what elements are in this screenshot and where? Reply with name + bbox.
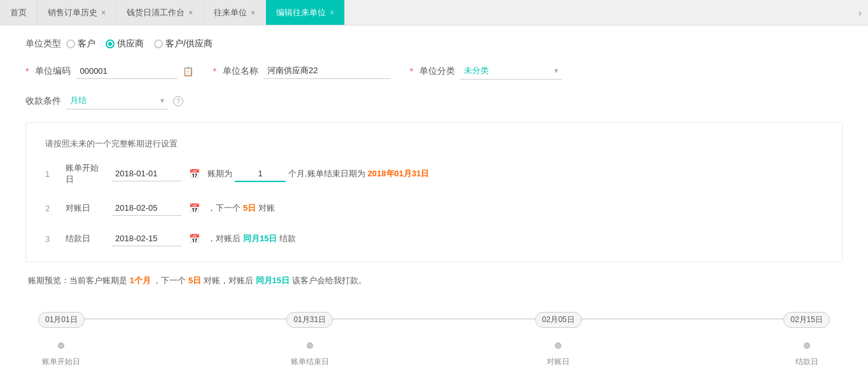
unit-code-field: * 单位编码 📋 [25,64,193,79]
tab-bar: 首页 销售订单历史 × 钱货日清工作台 × 往来单位 × 编辑往来单位 × › [0,0,868,25]
tab-sales-history[interactable]: 销售订单历史 × [38,0,116,25]
calendar-icon-2[interactable]: 📅 [189,203,200,213]
tab-daily-work-label: 钱货日清工作台 [127,7,185,18]
period-row-2: 2 对账日 📅 ，下一个 5日 对账 [45,201,823,216]
radio-customer[interactable]: 客户 [66,38,95,50]
tab-partners-close[interactable]: × [251,8,255,17]
unit-category-value: 未分类 [464,65,552,76]
unit-category-required: * [410,66,413,76]
radio-customer-label: 客户 [78,38,95,50]
period-row-1-months-unit: 个月,账单结束日期为 [288,168,365,179]
tab-daily-work[interactable]: 钱货日清工作台 × [116,0,204,25]
tab-partners[interactable]: 往来单位 × [204,0,266,25]
tab-edit-partner-label: 编辑往来单位 [276,7,326,18]
timeline-point-1: 01月01日 账单开始日 [38,312,85,367]
payment-terms-select[interactable]: 月结 ▾ [66,92,168,109]
period-box-title: 请按照未来的一个完整帐期进行设置 [45,138,823,150]
period-date-3[interactable] [111,231,181,246]
tab-daily-work-close[interactable]: × [188,8,193,17]
period-row-1-highlight: 2018年01月31日 [368,168,430,179]
period-num-1: 1 [45,169,58,179]
unit-code-label: 单位编码 [35,66,71,77]
calendar-icon-1[interactable]: 📅 [189,169,200,179]
period-row-2-text: ，下一个 5日 对账 [207,202,275,214]
period-row-3: 3 结款日 📅 ，对账后 同月15日 结款 [45,231,823,246]
radio-both[interactable]: 客户/供应商 [154,38,213,50]
tab-partners-label: 往来单位 [214,7,247,18]
tab-home[interactable]: 首页 [0,0,38,25]
preview-prefix: 账期预览：当前客户账期是 [28,276,127,285]
radio-supplier-label: 供应商 [117,38,144,50]
period-date-1[interactable] [111,166,181,181]
preview-part2: ，下一个 [153,276,186,285]
period-label-2: 对账日 [66,202,104,214]
period-row-2-comma: ，下一个 [207,202,241,214]
preview-part1: 1个月 [130,276,151,285]
timeline-dot-4 [804,342,810,349]
unit-name-label: 单位名称 [223,66,258,77]
payment-terms-help[interactable]: ? [173,96,183,106]
unit-type-field: 单位类型 客户 供应商 客户/供应商 [25,38,213,50]
payment-terms-row: 收款条件 月结 ▾ ? [25,92,843,109]
timeline-badge-1: 01月01日 [38,312,85,328]
preview-section: 账期预览：当前客户账期是 1个月 ，下一个 5日 对账，对账后 同月15日 该客… [25,275,843,286]
unit-name-field: * 单位名称 [213,64,390,79]
unit-category-chevron: ▾ [554,66,558,75]
timeline-badge-2: 01月31日 [286,312,333,328]
unit-category-label: 单位分类 [419,66,455,77]
preview-part4: 对账，对账后 [204,276,253,285]
payment-terms-chevron: ▾ [160,96,164,105]
period-settings-box: 请按照未来的一个完整帐期进行设置 1 账单开始日 📅 账期为 个月,账单结束日期… [25,122,843,262]
radio-supplier-circle [106,39,115,48]
unit-code-required: * [25,66,29,76]
tab-more-button[interactable]: › [852,0,868,25]
unit-name-required: * [213,66,216,76]
tab-sales-history-label: 销售订单历史 [48,7,97,18]
tab-edit-partner[interactable]: 编辑往来单位 × [266,0,345,25]
timeline-point-4: 02月15日 结款日 [783,312,830,367]
unit-type-radio-group: 客户 供应商 客户/供应商 [66,38,213,50]
timeline-dot-1 [58,342,64,349]
unit-name-input[interactable] [263,64,391,79]
unit-type-label: 单位类型 [25,38,61,50]
period-row-2-highlight: 5日 [243,202,256,214]
timeline-dot-3 [555,342,561,349]
timeline-sublabel-3: 对账日 [547,356,570,367]
radio-both-circle [154,39,163,48]
unit-code-input[interactable] [76,64,178,79]
period-row-1-text: 账期为 个月,账单结束日期为 2018年01月31日 [207,166,429,182]
unit-type-row: 单位类型 客户 供应商 客户/供应商 [25,38,843,50]
calendar-icon-3[interactable]: 📅 [189,234,200,244]
timeline: 01月01日 账单开始日 01月31日 账单结束日 02月05日 对账日 02月… [25,306,843,386]
timeline-sublabel-2: 账单结束日 [291,356,329,367]
period-label-3: 结款日 [66,233,104,244]
unit-code-copy-icon[interactable]: 📋 [183,66,193,76]
unit-info-row: * 单位编码 📋 * 单位名称 * 单位分类 未分类 ▾ [25,62,843,80]
tab-home-label: 首页 [10,7,27,18]
period-row-3-suffix: 结款 [279,233,296,244]
radio-supplier[interactable]: 供应商 [106,38,144,50]
timeline-point-3: 02月05日 对账日 [535,312,582,367]
radio-both-label: 客户/供应商 [165,38,213,50]
timeline-badge-3: 02月05日 [535,312,582,328]
period-row-3-highlight: 同月15日 [243,233,277,244]
preview-part3: 5日 [188,276,201,285]
period-row-1-suffix: 账期为 [207,168,232,179]
unit-category-select[interactable]: 未分类 ▾ [460,62,562,80]
tab-sales-history-close[interactable]: × [101,8,106,17]
period-row-2-suffix: 对账 [258,202,275,214]
timeline-points: 01月01日 账单开始日 01月31日 账单结束日 02月05日 对账日 02月… [38,312,830,367]
months-input[interactable] [235,166,286,182]
period-row-3-text: ，对账后 同月15日 结款 [207,233,296,244]
unit-category-field: * 单位分类 未分类 ▾ [410,62,562,80]
period-num-2: 2 [45,204,58,213]
period-row-3-comma: ，对账后 [207,233,241,244]
timeline-sublabel-1: 账单开始日 [42,356,80,367]
period-row-1: 1 账单开始日 📅 账期为 个月,账单结束日期为 2018年01月31日 [45,162,823,185]
period-num-3: 3 [45,234,58,244]
period-date-2[interactable] [111,201,181,216]
timeline-badge-4: 02月15日 [783,312,830,328]
period-label-1: 账单开始日 [66,162,104,185]
tab-edit-partner-close[interactable]: × [330,8,334,17]
payment-terms-label: 收款条件 [25,95,61,107]
